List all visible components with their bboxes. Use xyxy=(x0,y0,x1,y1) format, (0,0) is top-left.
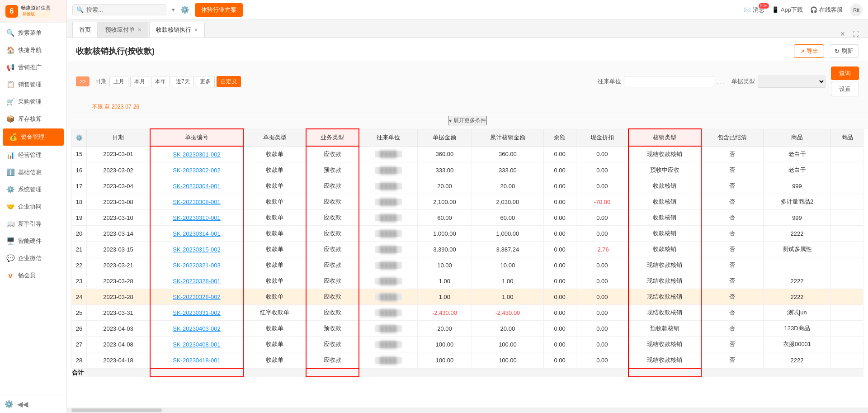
marketing-icon: 📢 xyxy=(6,63,14,71)
doc-no-link[interactable]: SK-20230304-001 xyxy=(173,183,221,190)
cell-product2 xyxy=(831,273,863,289)
message-button[interactable]: ✉️ 消息 99+ xyxy=(744,6,764,14)
expand-more-button[interactable]: ▾ 展开更多条件 xyxy=(448,116,487,125)
cell-biztype: 应收款 xyxy=(306,146,359,162)
expand-more-bar: ▾ 展开更多条件 xyxy=(67,113,868,128)
horizontal-scrollbar[interactable] xyxy=(67,408,868,413)
sidebar-item-hardware[interactable]: 🖥️ 智能硬件 xyxy=(0,233,66,250)
total-biztype xyxy=(306,368,359,377)
cell-balance: 0.00 xyxy=(543,337,576,352)
cell-balance: 0.00 xyxy=(543,162,576,178)
partner-value: ████ xyxy=(375,167,402,174)
cell-product1: 999 xyxy=(763,210,830,226)
doc-no-link[interactable]: SK-20230310-001 xyxy=(173,214,221,221)
col-included-header: 包含已结清 xyxy=(701,129,764,146)
col-discount-header: 现金折扣 xyxy=(576,129,628,146)
cell-no: 18 xyxy=(72,194,87,210)
sidebar-item-guide[interactable]: 📖 新手引导 xyxy=(0,215,66,233)
app-download-button[interactable]: 📱 App下载 xyxy=(772,6,803,14)
cell-docno: SK-20230331-002 xyxy=(150,305,243,321)
topbar-chevron-icon[interactable]: ▾ xyxy=(172,6,175,13)
online-service-button[interactable]: 🎧 在线客服 xyxy=(810,6,843,14)
doc-no-link[interactable]: SK-20230331-002 xyxy=(173,309,221,316)
sidebar-item-basic[interactable]: ℹ️ 基础信息 xyxy=(0,164,66,181)
query-button[interactable]: 查询 xyxy=(831,66,859,80)
cell-writeoff: 3,387.24 xyxy=(472,242,544,257)
topbar-search-input[interactable] xyxy=(86,6,162,13)
cell-date: 2023-03-28 xyxy=(87,273,150,289)
export-button[interactable]: ↗ 导出 xyxy=(794,44,824,58)
filter-more-date[interactable]: 更多 xyxy=(196,76,215,87)
tab-writeoff[interactable]: 收款核销执行 ✕ xyxy=(149,22,205,38)
filter-last-month[interactable]: 上月 xyxy=(109,76,128,87)
doc-no-link[interactable]: SK-20230302-002 xyxy=(173,167,221,174)
filter-last-7days[interactable]: 近7天 xyxy=(172,76,194,87)
doc-no-link[interactable]: SK-20230328-001 xyxy=(173,278,221,285)
doc-no-link[interactable]: SK-20230301-002 xyxy=(173,151,221,158)
doc-no-link[interactable]: SK-20230418-001 xyxy=(173,357,221,364)
filter-partner-input[interactable] xyxy=(624,76,714,87)
doc-no-link[interactable]: SK-20230403-002 xyxy=(173,325,221,332)
cell-included: 否 xyxy=(701,257,764,273)
filter-vouchertype-select[interactable]: 收款单 红字收款单 xyxy=(758,76,826,88)
cell-no: 15 xyxy=(72,146,87,162)
settings-icon[interactable]: ⚙️ xyxy=(5,400,14,408)
doc-no-link[interactable]: SK-20230328-002 xyxy=(173,294,221,300)
cell-balance: 0.00 xyxy=(543,178,576,194)
sidebar-item-member[interactable]: V 畅会员 xyxy=(0,267,66,284)
cell-no: 21 xyxy=(72,242,87,257)
cell-doctype: 收款单 xyxy=(243,194,306,210)
cell-doctype: 收款单 xyxy=(243,273,306,289)
filter-expand-button[interactable]: >> xyxy=(76,76,90,86)
operation-icon: 📊 xyxy=(6,151,14,159)
total-product1 xyxy=(763,368,830,377)
cell-discount: 0.00 xyxy=(576,305,628,321)
cell-product2 xyxy=(831,305,863,321)
sidebar-item-wechat[interactable]: 💬 企业微信 xyxy=(0,250,66,267)
collapse-icon[interactable]: ◀◀ xyxy=(17,400,28,408)
cell-docno: SK-20230308-001 xyxy=(150,194,243,210)
sidebar-item-enterprise[interactable]: 🤝 企业协同 xyxy=(0,198,66,215)
filter-this-month[interactable]: 本月 xyxy=(130,76,149,87)
sidebar-item-operation[interactable]: 📊 经营管理 xyxy=(0,147,66,164)
col-settings[interactable]: ⚙️ xyxy=(72,129,87,146)
doc-no-link[interactable]: SK-20230408-001 xyxy=(173,341,221,348)
tab-prepay-close-icon[interactable]: ✕ xyxy=(137,27,142,33)
sidebar-item-sales[interactable]: 📋 销售管理 xyxy=(0,76,66,93)
filter-vouchertype-group: 单据类型 收款单 红字收款单 xyxy=(731,76,826,88)
tab-writeoff-close-icon[interactable]: ✕ xyxy=(194,27,198,33)
table-row: 28 2023-04-18 SK-20230418-001 收款单 应收款 ██… xyxy=(72,352,863,369)
cell-docno: SK-20230328-002 xyxy=(150,289,243,305)
refresh-button[interactable]: ↻ 刷新 xyxy=(829,44,859,58)
table-row: 23 2023-03-28 SK-20230328-001 收款单 应收款 ██… xyxy=(72,273,863,289)
sidebar-item-marketing[interactable]: 📢 营销推广 xyxy=(0,59,66,76)
filter-custom-date[interactable]: 自定义 xyxy=(217,76,241,87)
sidebar-item-purchase[interactable]: 🛒 采购管理 xyxy=(0,93,66,110)
tab-home[interactable]: 首页 xyxy=(72,22,98,38)
setting-button[interactable]: 设置 xyxy=(831,82,859,96)
doc-no-link[interactable]: SK-20230315-002 xyxy=(173,246,221,253)
doc-no-link[interactable]: SK-20230308-001 xyxy=(173,199,221,205)
filter-this-year[interactable]: 本年 xyxy=(151,76,170,87)
topbar-gear-icon[interactable]: ⚙️ xyxy=(180,5,189,14)
tab-expand-icon[interactable]: ⛶ xyxy=(849,30,863,38)
partner-value: ████ xyxy=(375,294,402,300)
cell-writeofftype: 收款核销 xyxy=(628,194,701,210)
solution-button[interactable]: 体验行业方案 xyxy=(195,3,243,17)
doc-no-link[interactable]: SK-20230314-001 xyxy=(173,230,221,237)
doc-no-link[interactable]: SK-20230321-003 xyxy=(173,262,221,269)
cell-discount: 0.00 xyxy=(576,273,628,289)
col-doctype-header: 单据类型 xyxy=(243,129,306,146)
sidebar-item-inventory[interactable]: 📦 库存核算 xyxy=(0,110,66,128)
cell-doctype: 收款单 xyxy=(243,210,306,226)
user-avatar-area[interactable]: Rit xyxy=(850,4,863,16)
sidebar-item-shortcut[interactable]: 🏠 快捷导航 xyxy=(0,42,66,59)
sidebar-item-finance[interactable]: 💰 资金管理 xyxy=(3,128,64,146)
scrollbar-thumb[interactable] xyxy=(71,408,162,412)
tab-prepay[interactable]: 预收应付单 ✕ xyxy=(99,22,148,38)
sidebar-item-system[interactable]: ⚙️ 系统管理 xyxy=(0,181,66,198)
sidebar-item-search[interactable]: 🔍 搜索菜单 xyxy=(0,24,66,42)
message-icon: ✉️ xyxy=(744,6,751,13)
tab-close-window-icon[interactable]: ✕ xyxy=(836,30,849,38)
cell-biztype: 应收款 xyxy=(306,178,359,194)
